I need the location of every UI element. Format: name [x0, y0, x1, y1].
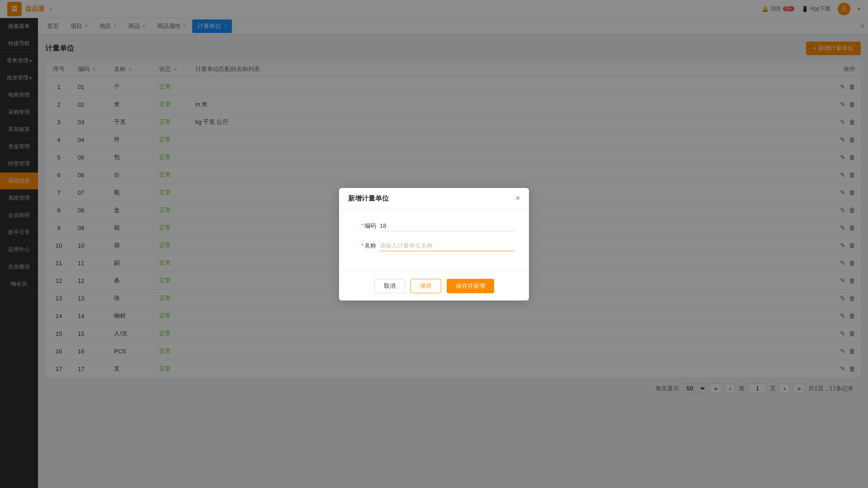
- code-label: *编码: [354, 222, 376, 230]
- form-row-code: *编码: [354, 221, 514, 231]
- name-label: *名称: [354, 242, 376, 250]
- code-input[interactable]: [380, 221, 514, 231]
- name-input[interactable]: [380, 240, 514, 251]
- add-unit-modal: 新增计量单位 × *编码 *名称 取消 保存 保存并新增: [339, 188, 529, 300]
- modal-close-button[interactable]: ×: [516, 194, 520, 202]
- save-button[interactable]: 保存: [410, 279, 441, 293]
- modal-footer: 取消 保存 保存并新增: [339, 271, 529, 300]
- cancel-button[interactable]: 取消: [374, 279, 405, 293]
- modal-body: *编码 *名称: [339, 210, 529, 271]
- modal-header: 新增计量单位 ×: [339, 188, 529, 210]
- form-row-name: *名称: [354, 240, 514, 251]
- modal-title: 新增计量单位: [348, 194, 389, 203]
- save-and-new-button[interactable]: 保存并新增: [447, 279, 494, 293]
- modal-overlay[interactable]: 新增计量单位 × *编码 *名称 取消 保存 保存并新增: [0, 0, 868, 488]
